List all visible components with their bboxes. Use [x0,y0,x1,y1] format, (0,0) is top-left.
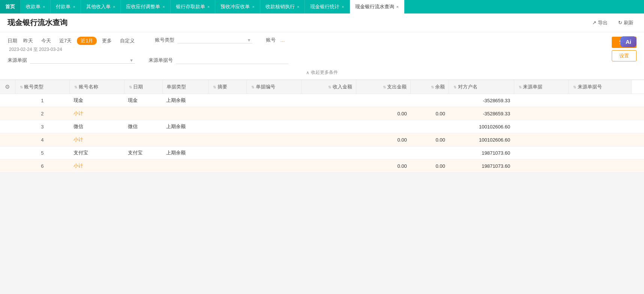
nav-tab-tongji[interactable]: 现金银行统计 × [305,0,350,13]
nav-tab-label: 应收应付调整单 [126,3,160,10]
col-label: 对方户名 [458,84,477,90]
row-doc-type [209,133,247,146]
row-balance: 100102606.60 [449,133,514,146]
nav-tab-yinhangcunqu[interactable]: 银行存取款单 × [171,0,215,13]
date-opt-yesterday[interactable]: 昨天 [20,37,36,45]
row-source-doc-no [631,146,644,160]
col-sort-icon: ⇅ [213,85,216,89]
col-label: 摘要 [218,84,227,90]
col-label: 来源单据号 [578,84,602,90]
close-icon[interactable]: × [43,4,45,9]
page-title: 现金银行流水查询 [8,18,68,28]
close-icon[interactable]: × [113,4,115,9]
row-date [162,107,209,120]
close-icon[interactable]: × [207,4,210,9]
account-type-label: 账号类型 [155,37,174,43]
date-opt-more[interactable]: 更多 [99,37,115,45]
row-source-doc [569,94,632,107]
row-income [356,146,411,160]
table-row[interactable]: 1现金现金上期余额-3528659.33 [0,94,644,107]
row-settings-cell [0,120,15,133]
row-summary [247,146,302,160]
col-source-doc-no[interactable]: ⇅ 来源单据号 [569,80,632,94]
refresh-label: 刷新 [624,19,633,26]
settings-col-header[interactable]: ⚙ [0,80,15,94]
col-date[interactable]: ⇅ 日期 [124,80,162,94]
row-balance: 100102606.60 [449,120,514,133]
nav-tab-label: 收款核销执行 [266,3,295,10]
row-expense: 0.00 [411,107,449,120]
row-settings-cell [0,160,15,173]
export-button[interactable]: ↗ 导出 [589,18,611,28]
table-row[interactable]: 5支付宝支付宝上期余额19871073.60 [0,146,644,160]
date-filter-label: 日期 [8,37,17,44]
row-summary [247,94,302,107]
col-doc-no[interactable]: ⇅ 单据编号 [247,80,302,94]
close-icon[interactable]: × [162,4,165,9]
date-opt-1month[interactable]: 近1月 [77,37,97,45]
col-source-doc[interactable]: ⇅ 来源单据 [514,80,569,94]
col-balance[interactable]: ⇅ 余额 [411,80,449,94]
date-opt-custom[interactable]: 自定义 [117,37,138,45]
table-row[interactable]: 4小计0.000.00100102606.60 [0,133,644,146]
row-settings-cell [0,133,15,146]
row-expense: 0.00 [411,160,449,173]
source-doc-no-input[interactable] [176,57,288,64]
close-icon[interactable]: × [396,4,399,9]
col-label: 单据编号 [256,84,275,90]
nav-home[interactable]: 首页 [0,0,21,13]
col-account-name[interactable]: ⇅ 账号名称 [70,80,125,94]
row-doc-type [209,146,247,160]
col-label: 支出金额 [387,84,407,90]
row-date [162,133,209,146]
nav-tab-liushui[interactable]: 现金银行流水查询 × [350,0,404,13]
row-account-name: 现金 [124,94,162,107]
row-doc-no [302,146,356,160]
row-income: 0.00 [356,107,411,120]
close-icon[interactable]: × [297,4,299,9]
row-account-name [124,160,162,173]
row-expense [411,94,449,107]
row-settings-cell [0,146,15,160]
nav-home-label: 首页 [5,3,15,10]
table-row[interactable]: 6小计0.000.0019871073.60 [0,160,644,173]
close-icon[interactable]: × [73,4,75,9]
row-doc-no [302,94,356,107]
row-doc-no [302,160,356,173]
col-income[interactable]: ⇅ 收入金额 [302,80,356,94]
date-opt-7days[interactable]: 近7天 [56,37,75,45]
nav-tab-fukudan[interactable]: 付款单 × [51,0,81,13]
table-row[interactable]: 2小计0.000.00-3528659.33 [0,107,644,120]
col-counterparty[interactable]: ⇅ 对方户名 [449,80,514,94]
date-opt-today[interactable]: 今天 [38,37,54,45]
close-icon[interactable]: × [342,4,344,9]
source-doc-select[interactable]: ▼ [30,57,135,64]
row-source-doc [569,120,632,133]
col-account-type[interactable]: ⇅ 账号类型 [15,80,70,94]
col-summary[interactable]: ⇅ 摘要 [209,80,247,94]
account-type-select[interactable]: ▼ [177,37,252,43]
refresh-button[interactable]: ↻ 刷新 [615,18,636,28]
nav-tab-yushoudan[interactable]: 预收冲应收单 × [215,0,260,13]
table-wrapper: ⚙ ⇅ 账号类型 ⇅ 账号名称 ⇅ 日期 单据类型 ⇅ [0,80,644,173]
row-counterparty [514,160,569,173]
col-sort-icon: ⇅ [519,85,522,89]
nav-tab-shoudan[interactable]: 收款单 × [21,0,51,13]
row-doc-type [209,107,247,120]
row-account-type: 支付宝 [70,146,125,160]
col-doc-type[interactable]: 单据类型 [162,80,209,94]
nav-tab-yingshoutiaozheng[interactable]: 应收应付调整单 × [121,0,170,13]
ai-badge[interactable]: Ai [620,36,636,47]
nav-tab-qitashouru[interactable]: 其他收入单 × [81,0,121,13]
row-expense [411,146,449,160]
collapse-bar[interactable]: ∧ 收起更多条件 [8,68,636,76]
settings-button[interactable]: 设置 [612,50,636,61]
row-income [356,94,411,107]
row-index: 2 [15,107,70,120]
close-icon[interactable]: × [252,4,254,9]
col-expense[interactable]: ⇅ 支出金额 [356,80,411,94]
nav-tab-hexiaozhixing[interactable]: 收款核销执行 × [260,0,305,13]
table-row[interactable]: 3微信微信上期余额100102606.60 [0,120,644,133]
account-no-ellipsis[interactable]: ... [279,37,286,43]
table-settings-icon[interactable]: ⚙ [5,84,10,90]
